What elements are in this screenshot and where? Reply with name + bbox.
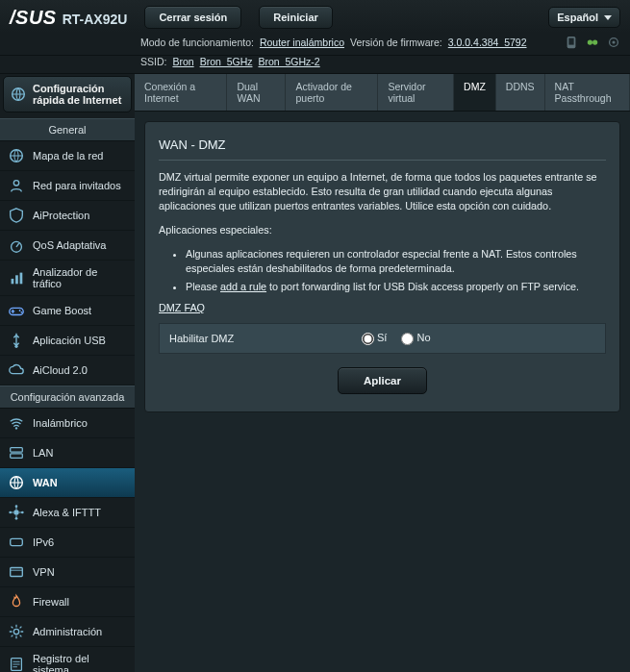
admin-icon [8,623,25,640]
tab-ddns[interactable]: DDNS [496,74,545,111]
sidebar-item-vpn[interactable]: VPN [0,558,135,587]
sidebar-item-aiprot[interactable]: AiProtection [0,201,135,231]
sidebar-item-traffic[interactable]: Analizador de tráfico [0,261,135,296]
sidebar-item-label: Firewall [33,596,69,608]
chevron-down-icon [604,15,612,20]
ssid-2[interactable]: Bron_5GHz-2 [258,56,319,67]
svg-rect-10 [12,279,14,284]
netmap-icon [8,147,25,164]
lan-icon [8,444,25,461]
svg-rect-27 [11,568,23,577]
fw-icon [8,593,25,610]
main-area: Conexión a InternetDual WANActivador de … [135,74,630,672]
tab-nat-passthrough[interactable]: NAT Passthrough [545,74,630,111]
wireless-icon [8,414,25,432]
tab-dual-wan[interactable]: Dual WAN [227,74,286,111]
ssid-1[interactable]: Bron_5GHz [200,56,253,67]
sidebar-item-label: Mapa de la red [33,150,103,162]
sidebar-item-game[interactable]: Game Boost [0,296,135,326]
sidebar-item-label: Alexa & IFTTT [33,507,101,518]
sidebar-item-label: QoS Adaptativa [33,239,106,251]
ssid-label: SSID: [140,56,166,67]
sidebar-item-netmap[interactable]: Mapa de la red [0,141,135,171]
section-general: General [0,118,135,141]
firmware-label: Versión de firmware: [350,37,442,48]
sidebar-item-guest[interactable]: Red para invitados [0,171,135,201]
apps-heading: Aplicaciones especiales: [159,223,606,237]
svg-point-16 [14,345,17,348]
svg-rect-12 [20,273,23,285]
sidebar-item-lan[interactable]: LAN [0,438,135,468]
qos-icon [8,236,25,254]
panel-intro: DMZ virtual permite exponer un equipo a … [159,170,606,213]
usb-icon [8,332,25,349]
sidebar: Configuración rápida de Internet General… [0,74,135,672]
sidebar-item-aicloud[interactable]: AiCloud 2.0 [0,356,135,386]
logout-button[interactable]: Cerrar sesión [144,6,241,29]
svg-point-5 [612,40,615,43]
tab-activador-de-puerto[interactable]: Activador de puerto [286,74,378,111]
language-select[interactable]: Español [548,7,620,28]
usb-status-icon[interactable] [607,36,620,49]
aicloud-icon [8,361,25,379]
sidebar-item-ipv6[interactable]: IPv6 [0,528,135,558]
add-rule-link[interactable]: add a rule [220,281,266,292]
enable-dmz-row: Habilitar DMZ Sí No [159,323,606,354]
svg-rect-26 [11,538,23,545]
radio-yes[interactable] [362,333,374,345]
sidebar-item-label: Game Boost [33,305,91,316]
apply-button[interactable]: Aplicar [338,367,427,394]
firmware-value[interactable]: 3.0.0.4.384_5792 [448,37,527,48]
sidebar-item-ifttt[interactable]: Alexa & IFTTT [0,498,135,528]
tab-servidor-virtual[interactable]: Servidor virtual [378,74,454,111]
sidebar-item-label: AiCloud 2.0 [33,364,88,376]
svg-point-17 [15,427,17,429]
sidebar-item-admin[interactable]: Administración [0,617,135,647]
game-icon [8,302,25,319]
tab-dmz[interactable]: DMZ [454,74,496,111]
sidebar-item-usb[interactable]: Aplicación USB [0,326,135,356]
brand: /SUS RT-AX92U [10,7,127,29]
svg-rect-19 [11,454,23,459]
asus-logo: /SUS [10,7,57,29]
status-line: Modo de funcionamiento: Router inalámbri… [0,33,630,56]
radio-no[interactable] [401,333,414,345]
svg-point-15 [21,311,23,313]
enable-dmz-yes[interactable]: Sí [362,332,390,343]
enable-dmz-no[interactable]: No [401,332,430,343]
sidebar-item-label: LAN [33,447,53,459]
opmode-value[interactable]: Router inalámbrico [260,37,344,48]
svg-point-3 [592,39,597,44]
svg-rect-18 [11,448,23,453]
sidebar-item-label: VPN [33,566,55,578]
ifttt-icon [8,504,25,521]
sidebar-item-wan[interactable]: WAN [0,468,135,498]
sidebar-item-label: Analizador de tráfico [33,266,127,289]
sidebar-item-syslog[interactable]: Registro del sistema [0,647,135,672]
globe-gear-icon [10,86,27,103]
quick-setup-label: Configuración rápida de Internet [33,83,125,106]
sidebar-item-label: Inalámbrico [33,417,88,429]
sidebar-item-label: Red para invitados [33,180,121,191]
ssid-0[interactable]: Bron [172,56,193,67]
sidebar-item-label: Registro del sistema [33,653,127,672]
multi-ssid-icon[interactable] [586,36,599,49]
content-area: WAN - DMZ DMZ virtual permite exponer un… [135,112,630,672]
quick-internet-setup[interactable]: Configuración rápida de Internet [3,76,132,112]
header-bar: /SUS RT-AX92U Cerrar sesión Reiniciar Es… [0,0,630,33]
dmz-faq-link[interactable]: DMZ FAQ [159,302,205,313]
sidebar-item-label: Administración [33,626,102,637]
section-advanced: Configuración avanzada [0,386,135,409]
language-current: Español [557,12,598,23]
model-name: RT-AX92U [63,12,128,27]
svg-point-21 [13,510,18,514]
sidebar-item-label: Aplicación USB [33,335,106,346]
reboot-button[interactable]: Reiniciar [259,6,332,29]
svg-point-2 [588,39,592,44]
app-icon[interactable] [565,36,578,49]
sidebar-item-wireless[interactable]: Inalámbrico [0,409,135,438]
tab-conexión-a-internet[interactable]: Conexión a Internet [135,74,227,111]
aiprot-icon [8,207,25,224]
sidebar-item-fw[interactable]: Firewall [0,587,135,617]
sidebar-item-qos[interactable]: QoS Adaptativa [0,231,135,261]
